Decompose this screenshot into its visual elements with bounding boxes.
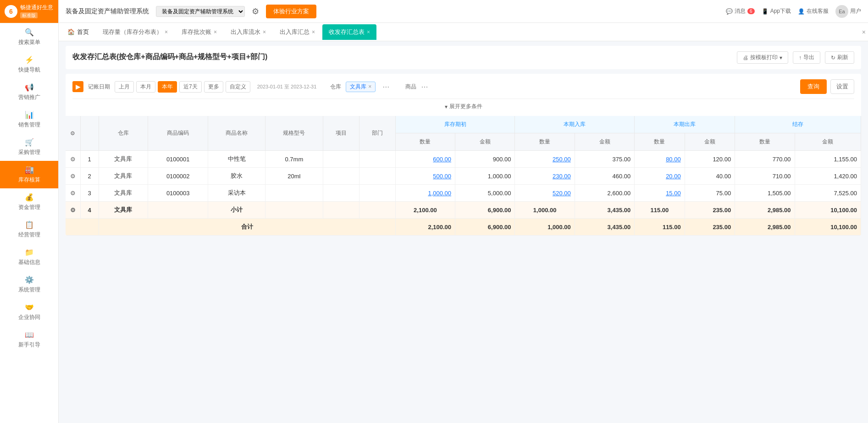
online-service-group[interactable]: 👤 在线客服	[798, 7, 829, 15]
sidebar-item-sales[interactable]: 📊 销售管理	[0, 106, 58, 133]
table-cell: 900.00	[455, 151, 515, 168]
tab-stock-dist-close[interactable]: ×	[165, 29, 168, 35]
sidebar-item-business[interactable]: 📋 经营管理	[0, 216, 58, 243]
link-value[interactable]: 20.00	[666, 173, 681, 180]
setting-btn[interactable]: 设置	[830, 79, 854, 94]
table-cell[interactable]: 230.00	[515, 168, 575, 185]
main-table: ⚙ 仓库 商品编码 商品名称 规格型号 项目 部门 库存期初 本期入库 本期出库…	[66, 116, 861, 236]
table-cell: 20ml	[265, 168, 323, 185]
message-icon: 💬	[726, 8, 733, 15]
tab-flow-close[interactable]: ×	[263, 29, 266, 35]
link-value[interactable]: 15.00	[666, 190, 681, 197]
link-value[interactable]: 1,000.00	[428, 190, 451, 197]
filter-collapse-btn[interactable]: ▶	[72, 81, 83, 92]
footer-opening-amt: 6,900.00	[455, 219, 515, 236]
table-cell: ⚙	[66, 168, 80, 185]
print-btn[interactable]: 🖨 按模板打印 ▾	[737, 51, 788, 64]
refresh-btn[interactable]: ↻ 刷新	[825, 51, 854, 64]
tab-batch-close[interactable]: ×	[214, 29, 217, 35]
tab-home[interactable]: 🏠 首页	[61, 24, 95, 40]
marketing-icon: 📢	[25, 83, 34, 92]
tab-recv-summary-close[interactable]: ×	[367, 29, 370, 35]
table-cell	[323, 185, 359, 202]
table-cell[interactable]: 20.00	[635, 168, 685, 185]
table-cell[interactable]: 80.00	[635, 151, 685, 168]
tab-recv-summary[interactable]: 收发存汇总表 ×	[322, 24, 376, 40]
table-cell: 文具库	[99, 185, 148, 202]
sidebar-item-quick[interactable]: ⚡ 快捷导航	[0, 51, 58, 78]
tab-stock-dist[interactable]: 现存量（库存分布表） ×	[96, 24, 174, 40]
date-btn-7days[interactable]: 近7天	[179, 81, 202, 93]
app-download-group[interactable]: 📱 App下载	[762, 7, 791, 15]
tab-summary-io[interactable]: 出入库汇总 ×	[273, 24, 321, 40]
expand-more-btn[interactable]: ▾ 展开更多条件	[445, 103, 482, 110]
tab-recv-summary-label: 收发存汇总表	[329, 28, 365, 36]
table-cell	[265, 202, 323, 219]
table-cell: 4	[80, 202, 99, 219]
link-value[interactable]: 230.00	[553, 173, 571, 180]
row-settings-icon[interactable]: ⚙	[70, 207, 76, 214]
tab-bar-close[interactable]: ×	[862, 28, 866, 36]
table-cell	[359, 168, 395, 185]
sidebar-item-enterprise[interactable]: 🤝 企业协同	[0, 298, 58, 326]
footer-opening-qty: 2,100.00	[395, 219, 455, 236]
export-btn-label: 导出	[803, 54, 814, 61]
th-name: 商品名称	[208, 116, 265, 151]
table-cell: 40.00	[685, 168, 735, 185]
date-btn-last-month[interactable]: 上月	[115, 81, 134, 93]
table-cell	[323, 151, 359, 168]
table-cell: 7,525.00	[795, 185, 861, 202]
warehouse-filter-tag: 文具库 ×	[346, 82, 376, 92]
row-settings-icon[interactable]: ⚙	[70, 190, 76, 197]
table-cell[interactable]: 520.00	[515, 185, 575, 202]
table-cell[interactable]: 500.00	[395, 168, 455, 185]
gear-icon[interactable]: ⚙	[252, 6, 259, 16]
table-cell[interactable]: 15.00	[635, 185, 685, 202]
table-cell	[359, 151, 395, 168]
sidebar-item-system[interactable]: ⚙️ 系统管理	[0, 271, 58, 298]
sidebar-item-newbie[interactable]: 📖 新手引导	[0, 326, 58, 353]
table-cell: 0100001	[148, 151, 208, 168]
message-group[interactable]: 💬 消息 6	[726, 7, 755, 15]
sidebar-item-purchase[interactable]: 🛒 采购管理	[0, 133, 58, 161]
th-settings[interactable]: ⚙	[66, 116, 80, 151]
date-btn-this-year[interactable]: 本年	[158, 81, 177, 93]
goods-more-btn[interactable]: ···	[421, 82, 428, 92]
query-btn[interactable]: 查询	[800, 79, 827, 94]
table-cell[interactable]: 250.00	[515, 151, 575, 168]
tab-flow[interactable]: 出入库流水 ×	[224, 24, 272, 40]
link-value[interactable]: 500.00	[433, 173, 451, 180]
sidebar-item-finance[interactable]: 💰 资金管理	[0, 188, 58, 216]
purchase-icon: 🛒	[25, 138, 34, 147]
tab-batch-label: 库存批次账	[182, 28, 211, 36]
date-btn-custom[interactable]: 自定义	[226, 81, 250, 93]
tab-summary-io-close[interactable]: ×	[312, 29, 315, 35]
date-btn-more[interactable]: 更多	[204, 81, 223, 93]
table-cell: ⚙	[66, 202, 80, 219]
sidebar-item-search[interactable]: 🔍 搜索菜单	[0, 23, 58, 51]
sidebar-item-inventory[interactable]: 🏭 库存核算	[0, 161, 58, 188]
system-selector[interactable]: 装备及固定资产辅助管理系统	[156, 6, 245, 17]
table-cell[interactable]: 600.00	[395, 151, 455, 168]
warehouse-more-btn[interactable]: ···	[380, 82, 392, 92]
experience-btn[interactable]: 体验行业方案	[266, 5, 316, 18]
link-value[interactable]: 600.00	[433, 156, 451, 163]
link-value[interactable]: 80.00	[666, 156, 681, 163]
sidebar-item-marketing[interactable]: 📢 营销推广	[0, 78, 58, 106]
user-group[interactable]: Ea 用户	[835, 5, 861, 18]
row-settings-icon[interactable]: ⚙	[70, 156, 76, 163]
export-btn[interactable]: ↑ 导出	[793, 51, 820, 64]
app-name: 畅捷通好生意	[20, 4, 53, 11]
row-settings-icon[interactable]: ⚙	[70, 173, 76, 180]
link-value[interactable]: 520.00	[553, 190, 571, 197]
tab-batch[interactable]: 库存批次账 ×	[175, 24, 223, 40]
date-btn-this-month[interactable]: 本月	[136, 81, 155, 93]
table-cell: 1,000.00	[455, 168, 515, 185]
warehouse-tag-remove[interactable]: ×	[368, 83, 371, 90]
table-cell[interactable]: 1,000.00	[395, 185, 455, 202]
system-title: 装备及固定资产辅助管理系统	[66, 7, 149, 16]
sidebar-item-basic[interactable]: 📁 基础信息	[0, 243, 58, 271]
link-value[interactable]: 250.00	[553, 156, 571, 163]
logo-area: 6 畅捷通好生意 标准版	[0, 0, 58, 23]
table-cell: 3,435.00	[575, 202, 634, 219]
